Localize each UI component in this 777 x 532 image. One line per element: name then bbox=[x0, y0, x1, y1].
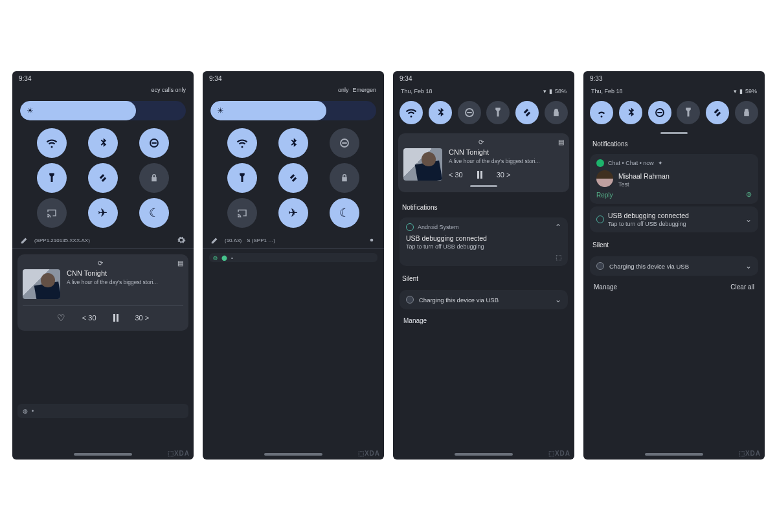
qs-autorotate[interactable] bbox=[706, 101, 729, 124]
clock-time: 9:33 bbox=[590, 75, 602, 82]
settings-icon[interactable] bbox=[367, 236, 376, 245]
chevron-down-icon[interactable]: ⌄ bbox=[555, 295, 561, 304]
screenshot-4: 9:33 Thu, Feb 18 ▾ ▮ 59% Notifications C… bbox=[583, 71, 765, 460]
settings-icon[interactable] bbox=[177, 236, 186, 245]
clear-all-button[interactable]: Clear all bbox=[730, 283, 754, 291]
notification-header-text: Chat • Chat • now bbox=[608, 160, 654, 166]
collapsed-notification-strip[interactable]: ◍⬤• bbox=[209, 253, 377, 262]
media-pause-button[interactable] bbox=[113, 314, 118, 322]
screenshot-2: 9:34 only Emergen ☀ ✈ ☾ (10.A3) S (SPP1 … bbox=[203, 71, 384, 460]
battery-percent: 59% bbox=[745, 88, 757, 94]
chevron-down-icon[interactable]: ⌄ bbox=[745, 215, 752, 224]
nav-gesture-bar[interactable] bbox=[74, 453, 132, 456]
media-output-icon[interactable]: ▤ bbox=[558, 139, 564, 146]
qs-autorotate[interactable] bbox=[278, 163, 308, 193]
network-status-row: only Emergen bbox=[203, 85, 384, 97]
qs-lock[interactable] bbox=[330, 163, 359, 193]
edit-icon[interactable] bbox=[210, 236, 220, 245]
qs-autorotate[interactable] bbox=[88, 163, 118, 193]
status-bar: 9:34 bbox=[203, 71, 384, 85]
media-title: CNN Tonight bbox=[67, 269, 183, 277]
qs-dnd[interactable] bbox=[458, 101, 481, 124]
media-output-icon[interactable]: ▤ bbox=[177, 260, 183, 267]
qs-flashlight[interactable] bbox=[37, 163, 67, 193]
media-drag-handle[interactable] bbox=[470, 185, 497, 187]
qs-lock[interactable] bbox=[139, 163, 169, 193]
silent-notification[interactable]: Charging this device via USB ⌄ bbox=[400, 290, 568, 309]
bubble-icon[interactable]: ⊚ bbox=[746, 190, 752, 199]
qs-nightmode[interactable]: ☾ bbox=[330, 198, 359, 228]
brightness-slider[interactable]: ☀ bbox=[20, 101, 186, 120]
qs-autorotate[interactable] bbox=[515, 101, 539, 124]
notification-usb[interactable]: USB debugging connected Tap to turn off … bbox=[590, 206, 758, 232]
qs-flashlight[interactable] bbox=[227, 163, 257, 193]
chevron-down-icon[interactable]: ⌄ bbox=[745, 261, 752, 271]
android-system-icon bbox=[406, 223, 414, 231]
qs-nightmode[interactable]: ☾ bbox=[139, 198, 169, 228]
media-rewind-button[interactable]: < 30 bbox=[82, 314, 96, 322]
qs-flashlight[interactable] bbox=[677, 101, 700, 124]
shade-footer: Manage Clear all bbox=[583, 276, 765, 298]
reply-button[interactable]: Reply bbox=[596, 192, 752, 199]
collapsed-notification-strip[interactable]: ◍• bbox=[17, 404, 188, 418]
qs-wifi[interactable] bbox=[590, 101, 613, 124]
qs-bluetooth[interactable] bbox=[619, 101, 642, 124]
notification-chat[interactable]: Chat • Chat • now ✦ Mishaal Rahman Test … bbox=[590, 154, 758, 204]
priority-star-icon: ✦ bbox=[658, 160, 663, 166]
qs-cast[interactable] bbox=[227, 198, 257, 228]
qs-lock[interactable] bbox=[545, 101, 568, 124]
qs-wifi[interactable] bbox=[37, 128, 67, 158]
qs-wifi[interactable] bbox=[227, 128, 257, 158]
build-label: (SPP1.210135.XXX.AX) bbox=[34, 238, 90, 243]
notifications-header: Notifications bbox=[393, 197, 574, 215]
silent-header: Silent bbox=[393, 269, 574, 286]
manage-button[interactable]: Manage bbox=[594, 283, 617, 291]
nav-gesture-bar[interactable] bbox=[264, 453, 322, 456]
qs-bluetooth[interactable] bbox=[278, 128, 308, 158]
network-status-text: ecy calls only bbox=[151, 87, 186, 93]
chevron-up-icon[interactable]: ⌃ bbox=[555, 223, 561, 232]
media-forward-button[interactable]: 30 > bbox=[135, 314, 150, 322]
nav-gesture-bar[interactable] bbox=[455, 453, 513, 456]
silent-notification[interactable]: Charging this device via USB ⌄ bbox=[590, 256, 758, 276]
qs-dnd[interactable] bbox=[648, 101, 671, 124]
silent-title: Charging this device via USB bbox=[609, 263, 689, 270]
media-player-card[interactable]: ⟳ ▤ CNN Tonight A live hour of the day's… bbox=[398, 133, 569, 192]
notification-settings-icon[interactable]: ⬚ bbox=[556, 254, 561, 261]
edit-icon[interactable] bbox=[20, 236, 29, 245]
media-pause-button[interactable] bbox=[477, 171, 482, 179]
network-status-a: only bbox=[338, 87, 349, 93]
media-rewind-button[interactable]: < 30 bbox=[449, 171, 463, 179]
clock-time: 9:34 bbox=[209, 75, 221, 82]
media-thumbnail bbox=[23, 269, 60, 299]
qs-dnd[interactable] bbox=[330, 128, 359, 158]
qs-cast[interactable] bbox=[37, 198, 67, 228]
qs-wifi[interactable] bbox=[400, 101, 423, 124]
notification-usb[interactable]: Android System ⌃ USB debugging connected… bbox=[400, 217, 568, 266]
battery-percent: 58% bbox=[555, 88, 567, 94]
qs-airplane[interactable]: ✈ bbox=[88, 198, 118, 228]
quick-settings-row bbox=[393, 98, 574, 127]
status-bar: 9:34 bbox=[393, 71, 574, 85]
qs-bluetooth[interactable] bbox=[88, 128, 118, 158]
status-bar: 9:34 bbox=[12, 71, 194, 85]
qs-flashlight[interactable] bbox=[486, 101, 510, 124]
qs-lock[interactable] bbox=[735, 101, 758, 124]
battery-icon: ▮ bbox=[739, 88, 743, 94]
media-favorite-button[interactable]: ♡ bbox=[57, 313, 65, 323]
qs-airplane[interactable]: ✈ bbox=[278, 198, 308, 228]
media-player-card[interactable]: ⟳ ▤ CNN Tonight A live hour of the day's… bbox=[17, 254, 188, 331]
qs-bluetooth[interactable] bbox=[429, 101, 452, 124]
status-icons: ▾ ▮ 58% bbox=[543, 88, 567, 94]
media-forward-button[interactable]: 30 > bbox=[497, 171, 511, 179]
manage-button[interactable]: Manage bbox=[403, 317, 427, 324]
qs-dnd[interactable] bbox=[139, 128, 169, 158]
quick-settings-grid: ✈ ☾ bbox=[203, 127, 384, 232]
nav-gesture-bar[interactable] bbox=[645, 453, 703, 456]
notifications-header: Notifications bbox=[583, 134, 765, 151]
xda-watermark: ⬚XDA bbox=[739, 450, 761, 457]
media-subtitle: A live hour of the day's biggest stori..… bbox=[67, 279, 183, 285]
notification-title: USB debugging connected bbox=[406, 234, 561, 242]
brightness-slider[interactable]: ☀ bbox=[210, 101, 376, 120]
media-subtitle: A live hour of the day's biggest stori..… bbox=[449, 158, 564, 164]
